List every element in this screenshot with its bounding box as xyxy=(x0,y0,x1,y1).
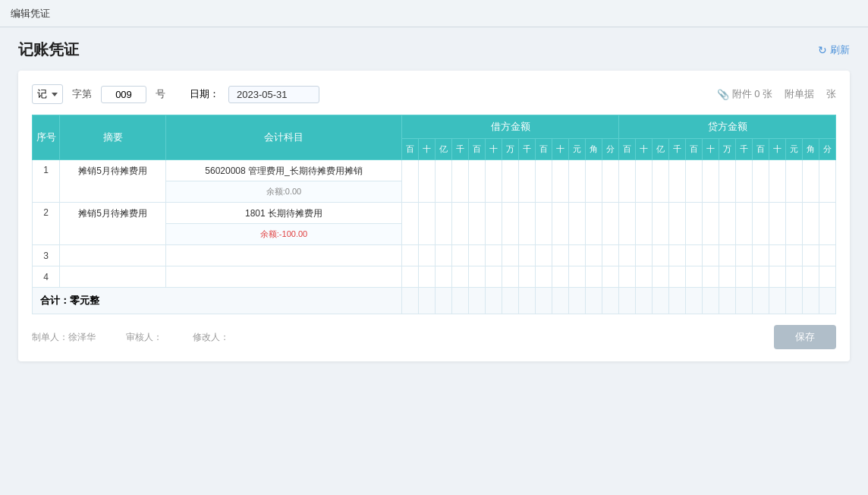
cell-account-0[interactable]: 56020008 管理费用_长期待摊费用摊销 xyxy=(166,160,402,181)
debit-cell-2-10[interactable] xyxy=(569,245,586,266)
credit-cell-1-1[interactable] xyxy=(636,203,653,245)
debit-cell-3-4[interactable] xyxy=(469,266,486,288)
debit-cell-0-4[interactable] xyxy=(469,160,486,203)
debit-cell-0-2[interactable] xyxy=(436,160,452,203)
credit-cell-3-5[interactable] xyxy=(703,266,719,288)
credit-cell-2-5[interactable] xyxy=(703,245,719,266)
debit-cell-0-3[interactable] xyxy=(452,160,469,203)
credit-cell-1-4[interactable] xyxy=(686,203,703,245)
credit-cell-0-12[interactable] xyxy=(819,160,836,203)
debit-cell-1-3[interactable] xyxy=(452,203,469,245)
debit-cell-2-5[interactable] xyxy=(486,245,502,266)
credit-cell-0-1[interactable] xyxy=(636,160,653,203)
credit-cell-0-8[interactable] xyxy=(753,160,769,203)
credit-cell-0-4[interactable] xyxy=(686,160,703,203)
debit-cell-0-7[interactable] xyxy=(519,160,536,203)
credit-cell-0-11[interactable] xyxy=(803,160,819,203)
attachment-link[interactable]: 📎 附件 0 张 xyxy=(717,87,772,101)
credit-cell-3-0[interactable] xyxy=(619,266,636,288)
credit-cell-1-8[interactable] xyxy=(753,203,769,245)
cell-seq-0[interactable]: 1 xyxy=(33,160,60,203)
cell-summary-1[interactable]: 摊销5月待摊费用 xyxy=(60,203,166,245)
credit-cell-2-6[interactable] xyxy=(719,245,736,266)
debit-cell-1-9[interactable] xyxy=(552,203,569,245)
credit-cell-1-5[interactable] xyxy=(703,203,719,245)
credit-cell-2-0[interactable] xyxy=(619,245,636,266)
cell-seq-1[interactable]: 2 xyxy=(33,203,60,245)
cell-summary-3[interactable] xyxy=(60,266,166,288)
debit-cell-2-3[interactable] xyxy=(452,245,469,266)
credit-cell-1-11[interactable] xyxy=(803,203,819,245)
credit-cell-2-10[interactable] xyxy=(786,245,803,266)
credit-cell-1-7[interactable] xyxy=(736,203,753,245)
credit-cell-1-10[interactable] xyxy=(786,203,803,245)
debit-cell-0-10[interactable] xyxy=(569,160,586,203)
credit-cell-1-9[interactable] xyxy=(769,203,786,245)
cell-seq-3[interactable]: 4 xyxy=(33,266,60,288)
debit-cell-0-8[interactable] xyxy=(536,160,552,203)
credit-cell-2-8[interactable] xyxy=(753,245,769,266)
debit-cell-2-0[interactable] xyxy=(402,245,419,266)
credit-cell-1-12[interactable] xyxy=(819,203,836,245)
credit-cell-3-3[interactable] xyxy=(669,266,686,288)
debit-cell-0-6[interactable] xyxy=(502,160,519,203)
credit-cell-3-6[interactable] xyxy=(719,266,736,288)
zi-input[interactable] xyxy=(101,86,146,103)
debit-cell-3-8[interactable] xyxy=(536,266,552,288)
credit-cell-2-4[interactable] xyxy=(686,245,703,266)
debit-cell-2-2[interactable] xyxy=(436,245,452,266)
cell-summary-2[interactable] xyxy=(60,245,166,266)
ji-select[interactable]: 记 xyxy=(32,84,63,104)
credit-cell-0-0[interactable] xyxy=(619,160,636,203)
debit-cell-1-7[interactable] xyxy=(519,203,536,245)
debit-cell-0-0[interactable] xyxy=(402,160,419,203)
debit-cell-1-1[interactable] xyxy=(419,203,436,245)
debit-cell-1-5[interactable] xyxy=(486,203,502,245)
debit-cell-1-10[interactable] xyxy=(569,203,586,245)
credit-cell-3-11[interactable] xyxy=(803,266,819,288)
debit-cell-3-2[interactable] xyxy=(436,266,452,288)
debit-cell-0-11[interactable] xyxy=(586,160,602,203)
debit-cell-1-4[interactable] xyxy=(469,203,486,245)
debit-cell-2-7[interactable] xyxy=(519,245,536,266)
credit-cell-1-2[interactable] xyxy=(653,203,669,245)
debit-cell-3-10[interactable] xyxy=(569,266,586,288)
credit-cell-0-9[interactable] xyxy=(769,160,786,203)
credit-cell-1-3[interactable] xyxy=(669,203,686,245)
cell-account-1[interactable]: 1801 长期待摊费用 xyxy=(166,203,402,224)
date-input[interactable] xyxy=(228,86,319,103)
debit-cell-2-6[interactable] xyxy=(502,245,519,266)
debit-cell-1-8[interactable] xyxy=(536,203,552,245)
debit-cell-1-2[interactable] xyxy=(436,203,452,245)
debit-cell-3-12[interactable] xyxy=(602,266,619,288)
credit-cell-3-4[interactable] xyxy=(686,266,703,288)
debit-cell-2-4[interactable] xyxy=(469,245,486,266)
credit-cell-0-10[interactable] xyxy=(786,160,803,203)
credit-cell-0-7[interactable] xyxy=(736,160,753,203)
debit-cell-3-6[interactable] xyxy=(502,266,519,288)
credit-cell-2-3[interactable] xyxy=(669,245,686,266)
debit-cell-0-1[interactable] xyxy=(419,160,436,203)
debit-cell-1-0[interactable] xyxy=(402,203,419,245)
credit-cell-3-10[interactable] xyxy=(786,266,803,288)
debit-cell-1-12[interactable] xyxy=(602,203,619,245)
debit-cell-0-9[interactable] xyxy=(552,160,569,203)
credit-cell-2-11[interactable] xyxy=(803,245,819,266)
refresh-button[interactable]: ↻ 刷新 xyxy=(818,43,850,57)
credit-cell-2-1[interactable] xyxy=(636,245,653,266)
debit-cell-3-5[interactable] xyxy=(486,266,502,288)
debit-cell-1-6[interactable] xyxy=(502,203,519,245)
credit-cell-3-2[interactable] xyxy=(653,266,669,288)
credit-cell-0-6[interactable] xyxy=(719,160,736,203)
debit-cell-3-7[interactable] xyxy=(519,266,536,288)
debit-cell-0-5[interactable] xyxy=(486,160,502,203)
debit-cell-2-11[interactable] xyxy=(586,245,602,266)
credit-cell-3-8[interactable] xyxy=(753,266,769,288)
credit-cell-0-3[interactable] xyxy=(669,160,686,203)
debit-cell-3-3[interactable] xyxy=(452,266,469,288)
credit-cell-1-6[interactable] xyxy=(719,203,736,245)
cell-account-3[interactable] xyxy=(166,266,402,288)
debit-cell-2-8[interactable] xyxy=(536,245,552,266)
debit-cell-3-1[interactable] xyxy=(419,266,436,288)
cell-seq-2[interactable]: 3 xyxy=(33,245,60,266)
